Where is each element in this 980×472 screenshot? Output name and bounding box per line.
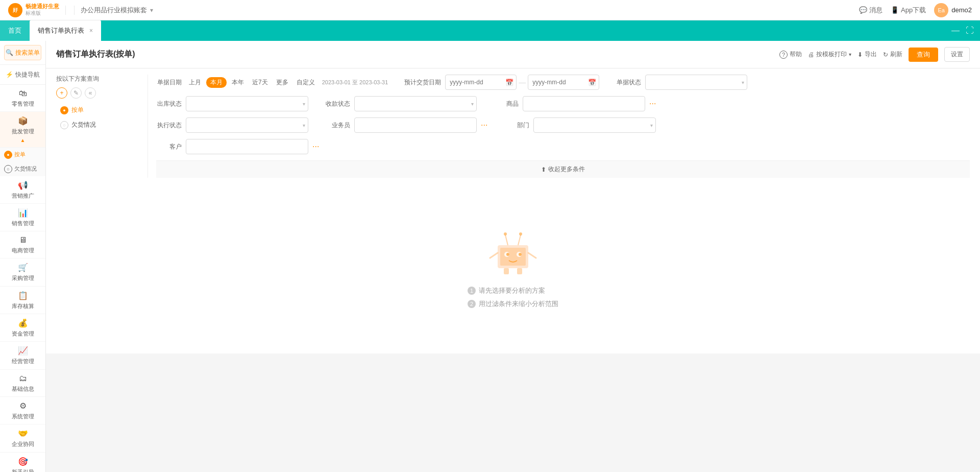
- page-title: 销售订单执行表(按单): [56, 49, 135, 66]
- minimize-btn[interactable]: —: [951, 26, 960, 35]
- refresh-label: 刷新: [890, 50, 902, 59]
- svg-line-8: [518, 235, 521, 245]
- filter-sub-order[interactable]: ● 按单: [56, 103, 141, 117]
- marketing-label: 营销推广: [12, 192, 34, 199]
- dept-input[interactable]: [533, 117, 656, 133]
- date-tab-last-month[interactable]: 上月: [186, 77, 204, 88]
- tip-num-1: 1: [468, 287, 476, 295]
- filter-field-dept: 部门 ▾: [504, 117, 656, 133]
- salesman-input[interactable]: [354, 117, 477, 133]
- tip-num-2: 2: [468, 300, 476, 308]
- sidebar-item-enterprise[interactable]: 🤝 企业协同: [0, 424, 45, 452]
- dept-wrapper: ▾: [533, 117, 656, 133]
- sidebar-item-basic-info[interactable]: 🗂 基础信息: [0, 370, 45, 397]
- quick-nav-btn[interactable]: ⚡ 快捷导航: [0, 67, 45, 82]
- sidebar-nav: ⚡ 快捷导航: [0, 65, 45, 85]
- user-area[interactable]: Ea demo2: [934, 3, 972, 17]
- goods-label: 商品: [493, 100, 519, 108]
- refresh-icon: ↻: [883, 51, 888, 58]
- sidebar-item-sales-mgmt[interactable]: 📊 销售管理: [0, 204, 45, 231]
- inventory-label: 库存核算: [12, 302, 34, 310]
- filter-field-outbound: 出库状态 ▾: [156, 96, 308, 111]
- exec-status-input[interactable]: [186, 117, 308, 133]
- svg-rect-13: [517, 268, 522, 274]
- expected-date-from[interactable]: [445, 75, 517, 90]
- sidebar-item-ecommerce[interactable]: 🖥 电商管理: [0, 231, 45, 258]
- ecommerce-label: 电商管理: [12, 247, 34, 254]
- newbie-icon: 🎯: [18, 457, 28, 466]
- customer-ellipsis[interactable]: ···: [312, 142, 319, 151]
- sidebar-item-operations[interactable]: 📈 经营管理: [0, 342, 45, 369]
- expected-date-from-wrapper: 📅: [445, 75, 517, 90]
- edit-scheme-btn[interactable]: ✎: [70, 87, 82, 99]
- app-title-area: 办公用品行业模拟账套 ▾: [65, 6, 153, 15]
- sales-mgmt-label: 销售管理: [12, 220, 34, 227]
- receipt-input[interactable]: [354, 96, 477, 111]
- sidebar-sub-debt[interactable]: ○ 欠货情况: [0, 162, 45, 176]
- app-download-action[interactable]: 📱 App下载: [891, 6, 926, 15]
- filter-sub-debt[interactable]: ○ 欠货情况: [56, 117, 141, 132]
- date-tab-more[interactable]: 更多: [273, 77, 291, 88]
- sidebar-item-marketing[interactable]: 📢 营销推广: [0, 176, 45, 204]
- tab-sales-order[interactable]: 销售订单执行表 ×: [30, 20, 101, 41]
- doc-status-input[interactable]: [645, 75, 747, 90]
- outbound-input[interactable]: [186, 96, 308, 111]
- app-dropdown-arrow[interactable]: ▾: [150, 7, 153, 14]
- date-tab-custom[interactable]: 自定义: [293, 77, 318, 88]
- message-action[interactable]: 💬 消息: [859, 6, 883, 15]
- goods-ellipsis[interactable]: ···: [649, 99, 656, 108]
- print-template-btn[interactable]: 🖨 按模板打印 ▾: [808, 50, 851, 59]
- receipt-wrapper: ▾: [354, 96, 477, 111]
- marketing-icon: 📢: [18, 180, 28, 190]
- sidebar-item-inventory[interactable]: 📋 库存核算: [0, 287, 45, 314]
- sidebar-item-newbie[interactable]: 🎯 新手引导: [0, 453, 45, 472]
- outbound-wrapper: ▾: [186, 96, 308, 111]
- header-right: 💬 消息 📱 App下载 Ea demo2: [859, 3, 972, 17]
- filter-field-date: 单据日期 上月 本月 本年 近7天 更多 自定义 20: [156, 77, 388, 88]
- app-download-icon: 📱: [891, 6, 899, 14]
- logo-sub: 标准版: [26, 10, 59, 17]
- refresh-btn[interactable]: ↻ 刷新: [883, 50, 902, 59]
- exec-status-label: 执行状态: [156, 121, 182, 130]
- sidebar-item-finance[interactable]: 💰 资金管理: [0, 314, 45, 342]
- svg-rect-12: [504, 268, 509, 274]
- help-btn[interactable]: ? 帮助: [779, 50, 802, 59]
- svg-line-10: [490, 253, 498, 258]
- date-tab-this-month[interactable]: 本月: [206, 77, 227, 88]
- wholesale-icon: 📦: [18, 116, 28, 126]
- query-btn[interactable]: 查询: [909, 48, 938, 62]
- tab-close-icon[interactable]: ×: [89, 27, 93, 34]
- expected-date-to[interactable]: [528, 75, 599, 90]
- sidebar-item-retail[interactable]: 🛍 零售管理: [0, 85, 45, 112]
- expected-date-label: 预计交货日期: [404, 78, 441, 87]
- tab-home[interactable]: 首页: [0, 20, 30, 41]
- date-label: 单据日期: [156, 78, 182, 87]
- collapse-scheme-btn[interactable]: «: [85, 87, 96, 99]
- filter-sidebar: 按以下方案查询 + ✎ « ● 按单 ○ 欠货情况: [56, 75, 148, 178]
- date-tab-this-year[interactable]: 本年: [229, 77, 247, 88]
- sidebar-item-wholesale[interactable]: 📦 批发管理 ▲: [0, 112, 45, 147]
- svg-rect-1: [500, 248, 526, 266]
- maximize-btn[interactable]: ⛶: [966, 26, 974, 35]
- customer-input[interactable]: [186, 139, 308, 154]
- search-menu-btn[interactable]: 🔍 搜索菜单: [4, 45, 41, 60]
- collapse-label: 收起更多条件: [548, 165, 585, 174]
- quick-nav-icon: ⚡: [6, 71, 13, 78]
- nav-window-actions: — ⛶: [951, 26, 980, 35]
- filter-panel: 按以下方案查询 + ✎ « ● 按单 ○ 欠货情况: [46, 68, 980, 184]
- salesman-ellipsis[interactable]: ···: [481, 121, 487, 130]
- sidebar-item-purchase[interactable]: 🛒 采购管理: [0, 258, 45, 286]
- sidebar-sub-order[interactable]: ● 按单: [0, 148, 45, 162]
- logo-area: 好 畅捷通好生意 标准版: [8, 3, 59, 17]
- search-menu-label: 搜索菜单: [15, 49, 40, 57]
- export-btn[interactable]: ⬇ 导出: [857, 50, 877, 59]
- goods-input[interactable]: [523, 96, 645, 111]
- sidebar-item-system[interactable]: ⚙ 系统管理: [0, 397, 45, 424]
- content-area: 销售订单执行表(按单) ? 帮助 🖨 按模板打印 ▾ ⬇ 导出 ↻ 刷新: [46, 41, 980, 472]
- add-scheme-btn[interactable]: +: [56, 87, 67, 99]
- export-icon: ⬇: [857, 51, 863, 58]
- doc-status-label: 单据状态: [616, 78, 641, 87]
- settings-btn[interactable]: 设置: [944, 47, 970, 62]
- collapse-bar[interactable]: ⬆ 收起更多条件: [156, 160, 970, 178]
- date-tab-last7[interactable]: 近7天: [249, 77, 271, 88]
